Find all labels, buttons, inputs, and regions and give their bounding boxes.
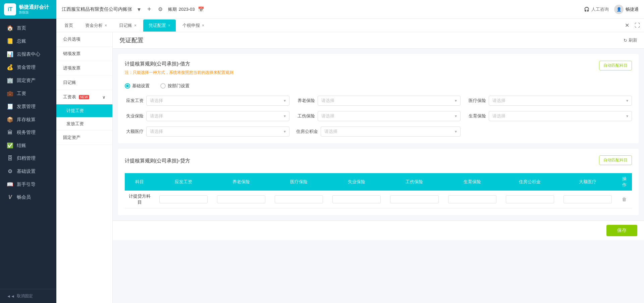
- input-gjj[interactable]: [506, 195, 554, 203]
- app-edition: 旗舰版: [19, 10, 49, 15]
- expand-tabs-btn[interactable]: ⛶: [633, 21, 641, 30]
- field-shengyu-placeholder: 请选择: [492, 113, 505, 119]
- dropdown-icon: ▾: [455, 98, 457, 103]
- menu-item-purchase[interactable]: 进项发票: [56, 61, 112, 75]
- menu-item-pay[interactable]: 发放工资: [56, 117, 112, 131]
- close-all-tabs-btn[interactable]: ✕: [624, 21, 631, 30]
- field-yiliao-select[interactable]: 请选择 ▾: [489, 96, 632, 106]
- input-yanglao[interactable]: [217, 195, 265, 203]
- app-name: 畅捷通好会计: [19, 4, 49, 10]
- menu-item-public[interactable]: 公共选项: [56, 32, 112, 47]
- input-yiliao[interactable]: [275, 195, 323, 203]
- input-yingfa[interactable]: [159, 195, 208, 203]
- menu-item-journal[interactable]: 日记账: [56, 75, 112, 90]
- sidebar-item-fund[interactable]: 💰 资金管理: [0, 61, 56, 74]
- sidebar-item-tax[interactable]: 🏛 税务管理: [0, 126, 56, 139]
- input-dae[interactable]: [564, 195, 612, 203]
- close-fund-tab[interactable]: ×: [105, 23, 107, 28]
- company-dropdown-btn[interactable]: ▾: [136, 4, 142, 14]
- input-gongshang[interactable]: [390, 195, 438, 203]
- menu-item-accrual[interactable]: 计提工资: [56, 104, 112, 117]
- user-info[interactable]: 👤 畅捷通: [614, 5, 639, 14]
- field-gjj-select[interactable]: 请选择 ▾: [321, 127, 461, 137]
- tab-journal[interactable]: 日记账 ×: [114, 19, 142, 32]
- tab-voucher[interactable]: 凭证配置 ×: [143, 19, 176, 32]
- refresh-btn[interactable]: ↻ 刷新: [624, 37, 637, 43]
- td-yanglao[interactable]: [212, 191, 270, 208]
- field-dae-select[interactable]: 请选择 ▾: [146, 127, 289, 137]
- save-button[interactable]: 保存: [606, 225, 637, 236]
- debit-section: 计提核算规则(公司承担)-借方 注：只能选择一种方式，系统将按照您当前的选择来配…: [118, 54, 639, 143]
- field-yanglao-select[interactable]: 请选择 ▾: [318, 96, 461, 106]
- sidebar-item-salary[interactable]: 💼 工资: [0, 87, 56, 100]
- close-journal-tab[interactable]: ×: [134, 23, 137, 28]
- td-shengyu[interactable]: [443, 191, 501, 208]
- th-action: 操作: [616, 173, 632, 191]
- sidebar-item-label: 云报表中心: [17, 51, 40, 57]
- assets-icon: 🏢: [7, 77, 13, 84]
- close-tax-tab[interactable]: ×: [202, 23, 204, 28]
- chevron-down-icon: ∨: [102, 95, 106, 100]
- sidebar-item-checkout[interactable]: ✅ 结账: [0, 139, 56, 152]
- tab-tax-label: 个税申报: [182, 22, 200, 29]
- radio-dept-label: 按部门设置: [168, 83, 190, 89]
- td-gongshang[interactable]: [385, 191, 443, 208]
- sidebar-item-ledger[interactable]: 📒 总账: [0, 35, 56, 48]
- sidebar-item-label: 归档管理: [17, 155, 36, 161]
- td-yingfa[interactable]: [154, 191, 212, 208]
- field-yingfa-select[interactable]: 请选择 ▾: [146, 96, 289, 106]
- sidebar-item-settings[interactable]: ⚙ 基础设置: [0, 165, 56, 178]
- field-shengyu-select[interactable]: 请选择 ▾: [489, 111, 632, 121]
- radio-basic[interactable]: 基础设置: [125, 83, 150, 89]
- field-gongshang-select[interactable]: 请选择 ▾: [318, 111, 461, 121]
- sidebar-item-reports[interactable]: 📊 云报表中心: [0, 48, 56, 61]
- td-dae[interactable]: [559, 191, 616, 208]
- main-area: 江西服宝精品有限责任公司内账张 ▾ + ⚙ 账期 2023-03 📅 🎧 人工咨…: [56, 0, 644, 303]
- sidebar-item-label: 基础设置: [17, 168, 36, 174]
- salary-icon: 💼: [7, 90, 13, 97]
- menu-item-sales[interactable]: 销项发票: [56, 47, 112, 61]
- table-header-row: 科目 应发工资 养老保险 医疗保险 失业保险 工伤保险 生育保险 住房公积金 大…: [125, 173, 632, 191]
- menu-item-fixed-assets[interactable]: 固定资产: [56, 131, 112, 145]
- tab-fund[interactable]: 资金分析 ×: [80, 19, 112, 32]
- cancel-pin-btn[interactable]: ◄◄ 取消固定: [0, 289, 56, 303]
- period-label: 账期: [168, 6, 177, 12]
- td-gjj[interactable]: [501, 191, 559, 208]
- menu-pay-label: 发放工资: [66, 121, 84, 126]
- debit-auto-match-btn[interactable]: 自动匹配科目: [599, 61, 632, 70]
- add-account-btn[interactable]: +: [146, 4, 153, 14]
- delete-row-btn[interactable]: 🗑: [622, 197, 627, 202]
- credit-auto-match-btn[interactable]: 自动匹配科目: [599, 155, 632, 165]
- sidebar-item-guide[interactable]: 📖 新手引导: [0, 178, 56, 191]
- sidebar-item-home[interactable]: 🏠 首页: [0, 21, 56, 35]
- settings-btn[interactable]: ⚙: [157, 5, 164, 14]
- input-shiye[interactable]: [332, 195, 381, 203]
- sidebar-item-label: 发票管理: [17, 104, 36, 110]
- sidebar-item-vip[interactable]: V 畅会员: [0, 191, 56, 204]
- tab-home[interactable]: 首页: [59, 19, 78, 32]
- sidebar-item-inventory[interactable]: 📦 库存核算: [0, 113, 56, 126]
- sidebar-item-archive[interactable]: 🗄 归档管理: [0, 152, 56, 165]
- radio-dept[interactable]: 按部门设置: [160, 83, 190, 89]
- field-yiliao-label: 医疗保险: [467, 98, 486, 104]
- field-dae: 大额医疗 请选择 ▾: [125, 127, 289, 137]
- field-gongshang-label: 工伤保险: [296, 113, 315, 119]
- input-shengyu[interactable]: [448, 195, 496, 203]
- calendar-btn[interactable]: 📅: [197, 5, 206, 14]
- menu-item-salary-table[interactable]: 工资表 NEW ∨: [56, 90, 112, 104]
- sidebar-item-label: 税务管理: [17, 130, 36, 136]
- sidebar-item-assets[interactable]: 🏢 固定资产: [0, 74, 56, 87]
- radio-basic-label: 基础设置: [132, 83, 150, 89]
- td-yiliao[interactable]: [270, 191, 328, 208]
- menu-purchase-label: 进项发票: [63, 65, 80, 70]
- td-shiye[interactable]: [328, 191, 385, 208]
- service-btn[interactable]: 🎧 人工咨询: [584, 6, 609, 12]
- content-area: 公共选项 销项发票 进项发票 日记账 工资表 NEW ∨ 计提工资: [56, 32, 644, 303]
- td-delete[interactable]: 🗑: [616, 191, 632, 208]
- field-yanglao-placeholder: 请选择: [321, 98, 334, 104]
- close-voucher-tab[interactable]: ×: [168, 23, 170, 28]
- tab-tax[interactable]: 个税申报 ×: [177, 19, 210, 32]
- sidebar-item-invoice[interactable]: 🧾 发票管理: [0, 100, 56, 113]
- radio-basic-circle: [125, 83, 130, 89]
- field-shiye-select[interactable]: 请选择 ▾: [146, 111, 289, 121]
